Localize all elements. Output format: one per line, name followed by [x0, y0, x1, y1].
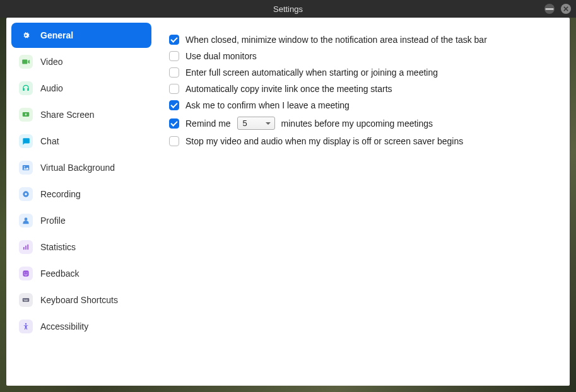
sidebar-item-accessibility[interactable]: Accessibility — [11, 314, 151, 339]
checkbox-confirm-leave[interactable] — [169, 100, 179, 110]
record-icon — [19, 187, 33, 201]
setting-auto-copy-invite: Automatically copy invite link once the … — [169, 81, 552, 97]
sidebar-item-label: Feedback — [40, 268, 79, 279]
gear-icon — [19, 28, 33, 42]
window-title: Settings — [273, 4, 303, 14]
svg-rect-14 — [24, 299, 25, 300]
setting-label-prefix: Remind me — [185, 118, 231, 129]
sidebar-item-label: Recording — [40, 189, 81, 199]
svg-point-12 — [26, 272, 27, 273]
svg-point-5 — [25, 193, 27, 195]
svg-rect-9 — [27, 245, 28, 250]
sidebar-item-chat[interactable]: Chat — [11, 129, 151, 154]
checkbox-stop-av-on-screensaver[interactable] — [169, 136, 179, 146]
svg-rect-8 — [25, 246, 26, 250]
image-icon — [19, 161, 33, 175]
profile-icon — [19, 214, 33, 228]
setting-minimize-on-close: When closed, minimize window to the noti… — [169, 32, 552, 48]
sidebar-item-label: Virtual Background — [40, 163, 115, 173]
remind-minutes-select[interactable]: 5 — [237, 117, 275, 130]
svg-rect-0 — [546, 8, 554, 9]
setting-label: Ask me to confirm when I leave a meeting — [185, 100, 350, 110]
checkbox-remind[interactable] — [169, 118, 179, 129]
svg-point-6 — [25, 217, 28, 221]
headphones-icon — [19, 81, 33, 95]
setting-label: Enter full screen automatically when sta… — [185, 67, 438, 78]
chat-icon — [19, 134, 33, 148]
accessibility-icon — [19, 320, 33, 333]
sidebar-item-share-screen[interactable]: Share Screen — [11, 102, 151, 127]
svg-rect-15 — [25, 299, 25, 300]
sidebar-item-label: General — [40, 30, 73, 40]
stats-icon — [19, 240, 33, 254]
svg-rect-18 — [24, 301, 28, 301]
setting-label: Automatically copy invite link once the … — [185, 84, 392, 94]
sidebar-item-label: Profile — [40, 216, 66, 226]
sidebar-item-label: Statistics — [40, 242, 76, 252]
svg-rect-17 — [27, 299, 28, 300]
feedback-icon — [19, 267, 33, 280]
sidebar-item-general[interactable]: General — [11, 23, 151, 48]
setting-full-screen-on-join: Enter full screen automatically when sta… — [169, 64, 552, 81]
sidebar-item-virtual-background[interactable]: Virtual Background — [11, 155, 151, 180]
setting-label-suffix: minutes before my upcoming meetings — [281, 118, 433, 129]
sidebar-item-label: Keyboard Shortcuts — [40, 295, 118, 305]
sidebar-item-label: Share Screen — [40, 110, 95, 120]
checkbox-full-screen-on-join[interactable] — [169, 67, 179, 78]
keyboard-icon — [19, 293, 33, 307]
sidebar-item-recording[interactable]: Recording — [11, 182, 151, 207]
svg-point-11 — [25, 272, 25, 273]
sidebar-item-label: Audio — [40, 83, 63, 93]
sidebar-item-video[interactable]: Video — [11, 49, 151, 74]
remind-minutes-value: 5 — [243, 118, 247, 128]
setting-label: When closed, minimize window to the noti… — [185, 35, 487, 45]
sidebar-item-feedback[interactable]: Feedback — [11, 261, 151, 286]
setting-stop-av-on-screensaver: Stop my video and audio when my display … — [169, 133, 552, 149]
sidebar-item-label: Video — [40, 57, 63, 67]
setting-remind: Remind me 5 minutes before my upcoming m… — [169, 113, 552, 133]
checkbox-auto-copy-invite[interactable] — [169, 84, 179, 94]
setting-label: Use dual monitors — [185, 51, 257, 61]
setting-confirm-leave: Ask me to confirm when I leave a meeting — [169, 97, 552, 113]
video-icon — [19, 55, 33, 69]
svg-rect-13 — [23, 298, 30, 302]
share-icon — [19, 108, 33, 122]
setting-dual-monitors: Use dual monitors — [169, 48, 552, 64]
setting-label: Stop my video and audio when my display … — [185, 136, 463, 146]
sidebar-item-keyboard-shortcuts[interactable]: Keyboard Shortcuts — [11, 287, 151, 313]
svg-rect-10 — [23, 270, 28, 276]
sidebar-item-statistics[interactable]: Statistics — [11, 234, 151, 260]
sidebar-item-profile[interactable]: Profile — [11, 208, 151, 233]
minimize-button[interactable] — [544, 4, 555, 14]
sidebar: GeneralVideoAudioShare ScreenChatVirtual… — [6, 18, 151, 386]
svg-point-3 — [24, 166, 25, 168]
sidebar-item-label: Chat — [40, 136, 59, 146]
checkbox-dual-monitors[interactable] — [169, 51, 179, 61]
svg-rect-16 — [26, 299, 26, 300]
sidebar-item-audio[interactable]: Audio — [11, 76, 151, 101]
close-button[interactable] — [561, 4, 571, 14]
svg-rect-7 — [23, 247, 25, 250]
svg-point-19 — [25, 323, 26, 325]
checkbox-minimize-on-close[interactable] — [169, 35, 179, 45]
titlebar[interactable]: Settings — [0, 0, 576, 18]
settings-content: When closed, minimize window to the noti… — [151, 18, 570, 386]
settings-window: GeneralVideoAudioShare ScreenChatVirtual… — [6, 18, 570, 386]
sidebar-item-label: Accessibility — [40, 321, 88, 331]
